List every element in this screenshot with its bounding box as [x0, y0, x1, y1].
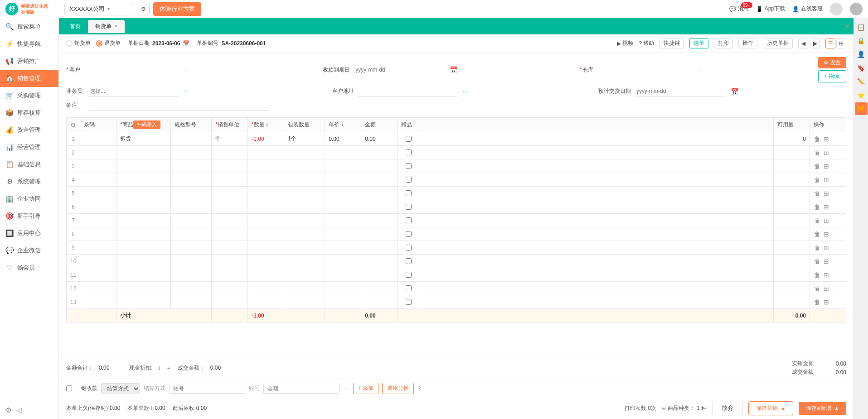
- gift-checkbox[interactable]: [406, 258, 412, 264]
- save-new-button[interactable]: 保存&新增 ▲: [799, 402, 846, 415]
- app-download-button[interactable]: 📱 App下载: [756, 5, 785, 13]
- radio-return[interactable]: 退货单: [96, 39, 121, 47]
- nav-prev[interactable]: ◀: [798, 39, 808, 48]
- gift-checkbox[interactable]: [406, 299, 412, 305]
- delete-icon[interactable]: 🗑: [814, 231, 820, 238]
- delete-icon[interactable]: 🗑: [814, 190, 820, 197]
- payment-dots[interactable]: ···: [345, 385, 349, 392]
- company-selector[interactable]: XXXXXX公司 ▾: [64, 3, 132, 15]
- remark-input[interactable]: [88, 100, 269, 111]
- rs-edit-icon[interactable]: ✏️: [855, 75, 868, 88]
- copy-icon[interactable]: ⊞: [824, 203, 829, 211]
- scan-button[interactable]: 扫码录入: [133, 120, 160, 129]
- gift-checkbox[interactable]: [406, 272, 412, 278]
- help-link[interactable]: ? 帮助: [639, 39, 654, 47]
- payment-date-input[interactable]: [354, 65, 444, 75]
- gift-checkbox[interactable]: [406, 231, 412, 237]
- expense-split-button[interactable]: 费用分摊: [382, 383, 414, 394]
- addr-dots[interactable]: ···: [463, 88, 467, 95]
- save-draft-button[interactable]: 保存草稿 ▲: [748, 401, 793, 415]
- copy-icon[interactable]: ⊞: [824, 271, 829, 279]
- history-btn[interactable]: 历史单据: [763, 38, 793, 48]
- video-link[interactable]: ▶ 视频: [617, 39, 633, 47]
- sidebar-item-apps[interactable]: 🔲 应用中心: [0, 225, 58, 242]
- gift-checkbox[interactable]: [406, 190, 412, 196]
- rs-lock-icon[interactable]: 🔒: [855, 34, 868, 47]
- gift-checkbox[interactable]: [406, 204, 412, 210]
- rs-bookmark-icon[interactable]: 🔖: [855, 62, 868, 74]
- tab-bar-close[interactable]: ✕: [844, 22, 850, 31]
- delete-icon[interactable]: 🗑: [814, 258, 820, 265]
- delete-icon[interactable]: 🗑: [814, 299, 820, 306]
- sidebar-item-guide[interactable]: 🎯 新手引导: [0, 207, 58, 225]
- copy-icon[interactable]: ⊞: [824, 299, 829, 306]
- copy-icon[interactable]: ⊞: [824, 258, 829, 265]
- tab-sales[interactable]: 销货单 ×: [88, 20, 125, 33]
- payment-method-select[interactable]: 结算方式: [101, 383, 140, 394]
- gift-checkbox[interactable]: [406, 285, 412, 291]
- row-barcode[interactable]: [80, 132, 116, 146]
- row-amount[interactable]: 0.00: [361, 132, 398, 146]
- rs-star-icon[interactable]: ⭐: [855, 89, 868, 101]
- sidebar-item-basics[interactable]: 📋 基础信息: [0, 156, 58, 173]
- row-unit[interactable]: 个: [212, 132, 248, 146]
- copy-icon[interactable]: ⊞: [824, 285, 829, 292]
- shortcut-btn[interactable]: 快捷键: [659, 38, 684, 48]
- gift-checkbox[interactable]: [406, 163, 412, 169]
- expected-calendar-icon[interactable]: 📅: [731, 88, 738, 95]
- sidebar-item-enterprise[interactable]: 🏢 企业协同: [0, 190, 58, 207]
- warehouse-input[interactable]: 建材仓: [601, 65, 692, 75]
- online-service-button[interactable]: 👤 在线客服: [792, 5, 823, 13]
- delete-icon[interactable]: 🗑: [814, 217, 820, 224]
- copy-icon[interactable]: ⊞: [824, 176, 829, 183]
- one-click-checkbox[interactable]: [66, 385, 72, 391]
- row-price[interactable]: 0.00: [325, 132, 361, 146]
- copy-icon[interactable]: ⊞: [824, 135, 829, 143]
- calendar-icon[interactable]: 📅: [183, 40, 189, 47]
- view-list[interactable]: ☰: [825, 39, 835, 48]
- expected-date-input[interactable]: [635, 86, 725, 96]
- col-settings-icon[interactable]: ⚙: [70, 121, 76, 129]
- row-gift[interactable]: [398, 132, 420, 146]
- sidebar-item-member[interactable]: ♡ 畅会员: [0, 259, 58, 276]
- sidebar-item-finance[interactable]: 💰 资金管理: [0, 121, 58, 139]
- nav-next[interactable]: ▶: [810, 39, 820, 48]
- delete-icon[interactable]: 🗑: [814, 203, 820, 211]
- delete-icon[interactable]: 🗑: [814, 163, 820, 170]
- delete-icon[interactable]: 🗑: [814, 244, 820, 251]
- delete-icon[interactable]: 🗑: [814, 135, 820, 143]
- tab-home[interactable]: 首页: [63, 20, 88, 33]
- row-spec[interactable]: [171, 132, 212, 146]
- sidebar-item-system[interactable]: ⚙ 系统管理: [0, 173, 58, 190]
- payment-amount-input[interactable]: [263, 384, 339, 394]
- view-grid[interactable]: ⊞: [836, 39, 846, 48]
- delete-icon[interactable]: 🗑: [814, 271, 820, 279]
- customer-dots[interactable]: ···: [184, 67, 189, 73]
- filter-btn[interactable]: 选单: [689, 38, 708, 48]
- sidebar-item-operation[interactable]: 📊 经营管理: [0, 139, 58, 156]
- copy-icon[interactable]: ⊞: [824, 231, 829, 238]
- copy-icon[interactable]: ⊞: [824, 217, 829, 224]
- one-click-label[interactable]: 一键收款: [76, 385, 97, 392]
- trial-button[interactable]: 体验行业方案: [153, 2, 201, 16]
- message-button[interactable]: 💬 消息 99+: [729, 5, 749, 13]
- copy-icon[interactable]: ⊞: [824, 190, 829, 197]
- row-product[interactable]: 拆货: [116, 132, 171, 146]
- print-btn[interactable]: 打印: [714, 38, 733, 48]
- warehouse-dots[interactable]: ···: [697, 67, 702, 73]
- copy-icon[interactable]: ⊞: [824, 163, 829, 170]
- salesman-dots[interactable]: ···: [184, 88, 189, 95]
- avatar[interactable]: [830, 3, 843, 15]
- rs-clipboard-icon[interactable]: 📋: [855, 21, 868, 34]
- account-input[interactable]: [169, 384, 245, 394]
- rs-user-icon[interactable]: 👤: [855, 48, 868, 61]
- tab-close-icon[interactable]: ×: [114, 23, 117, 29]
- radio-sales[interactable]: 销货单: [66, 39, 91, 47]
- sidebar-settings-icon[interactable]: ⚙: [5, 406, 12, 414]
- gift-checkbox[interactable]: [406, 245, 412, 250]
- sidebar-item-wechat[interactable]: 💬 企业微信: [0, 242, 58, 259]
- copy-icon[interactable]: ⊞: [824, 149, 829, 156]
- payment-calendar-icon[interactable]: 📅: [450, 66, 457, 73]
- sidebar-item-purchase[interactable]: 🛒 采购管理: [0, 87, 58, 104]
- logistics-button[interactable]: + 物流: [818, 70, 846, 82]
